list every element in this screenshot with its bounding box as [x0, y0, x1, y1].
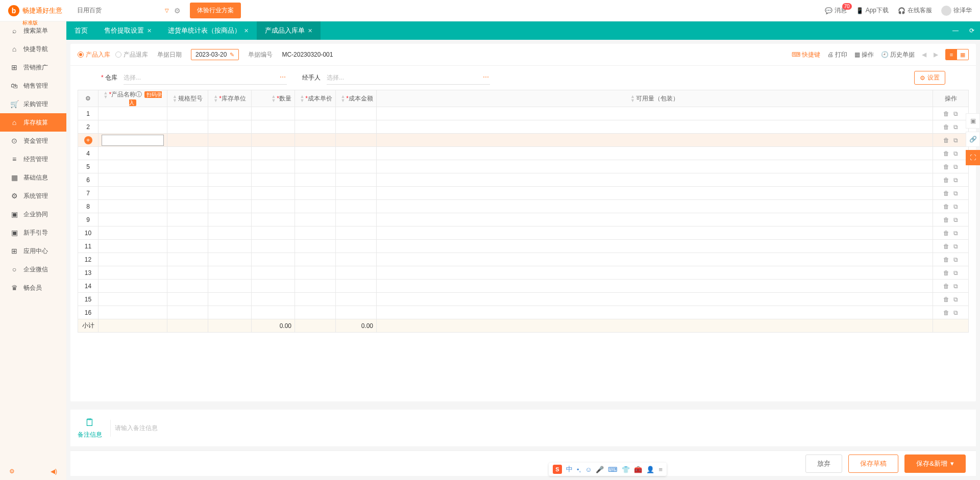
delete-row-icon[interactable]: 🗑	[943, 243, 949, 250]
cell-name[interactable]	[99, 266, 167, 280]
rail-btn-expand[interactable]: ⛶	[966, 150, 980, 165]
delete-row-icon[interactable]: 🗑	[943, 216, 949, 223]
cell-amount[interactable]	[336, 240, 377, 253]
cell-amount[interactable]	[336, 293, 377, 306]
delete-row-icon[interactable]: 🗑	[943, 256, 949, 263]
table-row[interactable]: 8🗑⧉	[78, 200, 969, 213]
cell-qty[interactable]	[252, 107, 295, 120]
warehouse-select[interactable]: 选择... ⋯	[124, 71, 287, 85]
cell-name[interactable]	[99, 306, 167, 319]
copy-row-icon[interactable]: ⧉	[953, 176, 958, 184]
copy-row-icon[interactable]: ⧉	[953, 150, 958, 157]
tab-2[interactable]: 进货单统计表（按商品）✕	[160, 21, 257, 40]
cell-price[interactable]	[295, 134, 336, 147]
hotkey-button[interactable]: ⌨快捷键	[792, 50, 820, 59]
cell-name[interactable]	[99, 280, 167, 293]
cell-spec[interactable]	[167, 107, 208, 120]
copy-row-icon[interactable]: ⧉	[953, 243, 958, 250]
delete-row-icon[interactable]: 🗑	[943, 150, 949, 157]
cell-amount[interactable]	[336, 187, 377, 200]
close-icon[interactable]: ✕	[308, 28, 312, 34]
ime-keyboard-icon[interactable]: ⌨	[608, 466, 618, 473]
cell-unit[interactable]	[208, 147, 252, 160]
cell-amount[interactable]	[336, 107, 377, 120]
table-row[interactable]: 7🗑⧉	[78, 187, 969, 200]
cell-spec[interactable]	[167, 173, 208, 187]
cell-available[interactable]	[377, 147, 933, 160]
cell-qty[interactable]	[252, 226, 295, 240]
sidebar-item-6[interactable]: ⊙资金管理	[0, 132, 66, 150]
settings-icon[interactable]: ⚙	[9, 468, 15, 475]
cell-amount[interactable]	[336, 253, 377, 266]
cell-name[interactable]	[99, 200, 167, 213]
sidebar-item-12[interactable]: ⊞应用中心	[0, 242, 66, 260]
delete-row-icon[interactable]: 🗑	[943, 269, 949, 276]
col-available[interactable]: ▲▼可用量（包装）	[377, 90, 933, 107]
delete-row-icon[interactable]: 🗑	[943, 230, 949, 237]
col-product-name[interactable]: ▲▼*产品名称ⓘ 扫码录入	[99, 90, 167, 107]
tab-3[interactable]: 产成品入库单✕	[257, 21, 321, 40]
cell-unit[interactable]	[208, 213, 252, 226]
cell-unit[interactable]	[208, 266, 252, 280]
cell-name[interactable]	[99, 253, 167, 266]
cell-available[interactable]	[377, 253, 933, 266]
delete-row-icon[interactable]: 🗑	[943, 296, 949, 303]
cell-spec[interactable]	[167, 213, 208, 226]
cell-amount[interactable]	[336, 173, 377, 187]
delete-row-icon[interactable]: 🗑	[943, 190, 949, 197]
ime-menu-icon[interactable]: ≡	[658, 466, 663, 473]
cell-available[interactable]	[377, 266, 933, 280]
messages-link[interactable]: 💬 消息 70	[825, 6, 847, 15]
cell-unit[interactable]	[208, 240, 252, 253]
cell-name[interactable]	[99, 226, 167, 240]
table-row[interactable]: 14🗑⧉	[78, 280, 969, 293]
cell-qty[interactable]	[252, 266, 295, 280]
col-price[interactable]: ▲▼*成本单价	[295, 90, 336, 107]
col-amount[interactable]: ▲▼*成本金额	[336, 90, 377, 107]
cell-price[interactable]	[295, 147, 336, 160]
cell-qty[interactable]	[252, 160, 295, 173]
delete-row-icon[interactable]: 🗑	[943, 110, 949, 117]
cell-qty[interactable]	[252, 134, 295, 147]
cell-qty[interactable]	[252, 306, 295, 319]
user-menu[interactable]: 徐泽华	[941, 6, 972, 16]
cell-amount[interactable]	[336, 120, 377, 134]
cell-unit[interactable]	[208, 120, 252, 134]
sidebar-item-10[interactable]: ▣企业协同	[0, 205, 66, 223]
tabs-refresh-button[interactable]: ⟳	[964, 21, 980, 40]
cell-price[interactable]	[295, 173, 336, 187]
ime-user-icon[interactable]: 👤	[646, 466, 654, 473]
table-row[interactable]: 12🗑⧉	[78, 253, 969, 266]
cell-qty[interactable]	[252, 240, 295, 253]
delete-row-icon[interactable]: 🗑	[943, 283, 949, 290]
copy-row-icon[interactable]: ⧉	[953, 216, 958, 223]
copy-row-icon[interactable]: ⧉	[953, 203, 958, 210]
ime-skin-icon[interactable]: 👕	[622, 466, 630, 473]
col-qty[interactable]: ▲▼*数量	[252, 90, 295, 107]
date-input[interactable]: 2023-03-20 ✎	[191, 49, 239, 60]
cell-amount[interactable]	[336, 280, 377, 293]
cell-name[interactable]	[99, 107, 167, 120]
cell-available[interactable]	[377, 226, 933, 240]
radio-product-in[interactable]: 产品入库	[78, 50, 110, 59]
tab-1[interactable]: 售价提取设置✕	[96, 21, 160, 40]
table-row[interactable]: 1🗑⧉	[78, 107, 969, 120]
col-settings[interactable]: ⚙	[78, 90, 99, 107]
copy-row-icon[interactable]: ⧉	[953, 123, 958, 131]
cell-spec[interactable]	[167, 147, 208, 160]
sidebar-item-2[interactable]: ⊞营销推广	[0, 58, 66, 77]
discard-button[interactable]: 放弃	[805, 454, 842, 473]
cell-spec[interactable]	[167, 280, 208, 293]
cell-unit[interactable]	[208, 160, 252, 173]
cell-unit[interactable]	[208, 306, 252, 319]
cell-name[interactable]	[99, 240, 167, 253]
rail-btn-2[interactable]: 🔗	[966, 132, 980, 147]
cell-price[interactable]	[295, 266, 336, 280]
cell-spec[interactable]	[167, 160, 208, 173]
cell-available[interactable]	[377, 200, 933, 213]
cell-spec[interactable]	[167, 240, 208, 253]
copy-row-icon[interactable]: ⧉	[953, 137, 958, 144]
cell-spec[interactable]	[167, 200, 208, 213]
table-row[interactable]: 5🗑⧉	[78, 160, 969, 173]
list-view-button[interactable]: ≡	[946, 49, 957, 60]
